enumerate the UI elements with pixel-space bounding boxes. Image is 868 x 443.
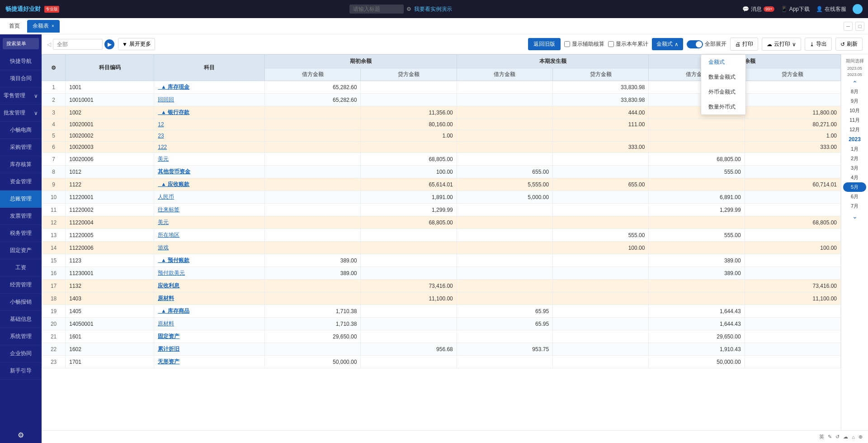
sidebar-item-purchase[interactable]: 采购管理 bbox=[0, 139, 42, 156]
print-btn[interactable]: 🖨 打印 bbox=[730, 38, 758, 51]
dropdown-item-amount[interactable]: 金额式 bbox=[701, 55, 745, 70]
status-add-icon[interactable]: ⊕ bbox=[859, 434, 863, 440]
cp-debit-cell bbox=[457, 142, 552, 153]
sidebar-item-project[interactable]: 项目合同 bbox=[0, 70, 42, 87]
sidebar-item-retail[interactable]: 零售管理∨ bbox=[0, 87, 42, 105]
user-btn[interactable] bbox=[853, 4, 863, 14]
status-lang-icon[interactable]: 英 bbox=[819, 433, 824, 440]
status-edit-icon[interactable]: ✎ bbox=[828, 434, 832, 440]
period-year-2023[interactable]: 2023 bbox=[843, 134, 866, 144]
sidebar-item-ledger[interactable]: 总账管理 bbox=[0, 191, 42, 208]
account-name-cell[interactable]: ▲ 预付账款 bbox=[154, 254, 265, 267]
sidebar-item-wholesale[interactable]: 批发管理∨ bbox=[0, 105, 42, 122]
period-scroll-up-btn[interactable]: ⌃ bbox=[852, 80, 858, 87]
account-name-cell[interactable]: ▲ 库存现金 bbox=[154, 81, 265, 94]
period-month-9[interactable]: 9月 bbox=[843, 96, 866, 106]
account-name-cell[interactable]: 原材料 bbox=[154, 292, 265, 305]
search-menu-btn[interactable]: 搜索菜单 bbox=[3, 38, 39, 49]
sidebar-item-funds[interactable]: 资金管理 bbox=[0, 173, 42, 191]
status-cloud-icon[interactable]: ☁ bbox=[843, 434, 848, 440]
window-maximize-btn[interactable]: □ bbox=[855, 22, 864, 31]
settings-col-header[interactable]: ⚙ bbox=[42, 55, 66, 81]
account-name-cell[interactable]: ▲ 银行存款 bbox=[154, 106, 265, 119]
refresh-btn[interactable]: ↺ 刷新 bbox=[835, 38, 863, 51]
period-month-6[interactable]: 6月 bbox=[843, 192, 866, 201]
sidebar-item-expense[interactable]: 小畅报销 bbox=[0, 294, 42, 311]
period-month-2[interactable]: 2月 bbox=[843, 154, 866, 163]
sidebar-item-invoice[interactable]: 发票管理 bbox=[0, 208, 42, 225]
dropdown-item-foreign-amount[interactable]: 外币金额式 bbox=[701, 85, 745, 100]
account-name-cell[interactable]: 累计折旧 bbox=[154, 343, 265, 356]
account-name-cell[interactable]: 美元 bbox=[154, 216, 265, 229]
sidebar-item-operations[interactable]: 经营管理 bbox=[0, 276, 42, 294]
sidebar-item-salary[interactable]: 工资 bbox=[0, 259, 42, 276]
period-month-10[interactable]: 10月 bbox=[843, 106, 866, 115]
show-year-total-label[interactable]: 显示本年累计 bbox=[608, 40, 648, 48]
sidebar-item-inventory[interactable]: 库存核算 bbox=[0, 156, 42, 173]
account-name-cell[interactable]: 往来标签 bbox=[154, 204, 265, 216]
show-assist-checkbox[interactable] bbox=[564, 41, 570, 47]
app-download-btn[interactable]: 📱 App下载 bbox=[781, 5, 810, 13]
account-name-cell[interactable]: 美元 bbox=[154, 153, 265, 166]
amount-mode-btn[interactable]: 金额式 ∧ bbox=[652, 38, 683, 50]
title-input[interactable] bbox=[349, 5, 404, 14]
account-name-cell[interactable]: 预付款美元 bbox=[154, 267, 265, 280]
period-month-5[interactable]: 5月 bbox=[843, 182, 866, 192]
return-old-btn[interactable]: 返回旧版 bbox=[528, 38, 561, 50]
account-name-cell[interactable]: 其他货币资金 bbox=[154, 166, 265, 178]
settings-icon[interactable]: ⚙ bbox=[406, 6, 411, 12]
expand-all-toggle[interactable]: 全部展开 bbox=[687, 40, 726, 48]
account-name-cell[interactable]: 所在地区 bbox=[154, 229, 265, 242]
account-code-cell: 10020002 bbox=[66, 130, 154, 142]
account-name-cell[interactable]: 23 bbox=[154, 130, 265, 142]
tab-home[interactable]: 首页 bbox=[4, 20, 25, 33]
account-name-cell[interactable]: 122 bbox=[154, 142, 265, 153]
account-name-cell[interactable]: ▲ 库存商品 bbox=[154, 305, 265, 318]
period-scroll-down-btn[interactable]: ⌄ bbox=[852, 213, 858, 220]
tab-balance-sheet[interactable]: 余额表 × bbox=[27, 20, 60, 33]
sidebar-item-basic-info[interactable]: 基础信息 bbox=[0, 311, 42, 328]
search-input[interactable] bbox=[53, 39, 103, 50]
period-month-12[interactable]: 12月 bbox=[843, 125, 866, 134]
dropdown-item-qty-amount[interactable]: 数量金额式 bbox=[701, 70, 745, 85]
period-month-3[interactable]: 3月 bbox=[843, 163, 866, 173]
status-sync-icon[interactable]: ↺ bbox=[835, 434, 840, 440]
online-service-btn[interactable]: 👤 在线客服 bbox=[816, 5, 846, 13]
sidebar-settings-icon[interactable]: ⚙ bbox=[18, 431, 24, 439]
demo-link[interactable]: 我要看实例演示 bbox=[414, 5, 452, 13]
account-name-cell[interactable]: 原材料 bbox=[154, 318, 265, 330]
account-name-cell[interactable]: 无形资产 bbox=[154, 356, 265, 368]
table-settings-icon[interactable]: ⚙ bbox=[51, 65, 56, 71]
show-assist-check-label[interactable]: 显示辅助核算 bbox=[564, 40, 604, 48]
cloud-print-btn[interactable]: ☁ 云打印 ∨ bbox=[762, 38, 801, 51]
account-name-cell[interactable]: 固定资产 bbox=[154, 330, 265, 343]
dropdown-item-qty-foreign[interactable]: 数量外币式 bbox=[701, 100, 745, 114]
message-btn[interactable]: 💬 消息 99+ bbox=[742, 5, 774, 13]
show-year-total-checkbox[interactable] bbox=[608, 41, 614, 47]
window-minimize-btn[interactable]: ─ bbox=[844, 22, 853, 31]
account-name-cell[interactable]: 回回回 bbox=[154, 94, 265, 106]
sidebar-item-guide[interactable]: 新手引导 bbox=[0, 362, 42, 380]
period-month-8[interactable]: 8月 bbox=[843, 87, 866, 96]
account-name-cell[interactable]: 12 bbox=[154, 119, 265, 130]
export-btn[interactable]: ⤓ 导出 bbox=[805, 38, 832, 51]
sidebar-item-system[interactable]: 系统管理 bbox=[0, 328, 42, 345]
sidebar-item-cooperation[interactable]: 企业协同 bbox=[0, 345, 42, 362]
period-month-11[interactable]: 11月 bbox=[843, 115, 866, 125]
sidebar-item-assets[interactable]: 固定资产 bbox=[0, 242, 42, 259]
account-name-cell[interactable]: 游戏 bbox=[154, 242, 265, 254]
toggle-track[interactable] bbox=[687, 40, 703, 48]
account-name-cell[interactable]: 人民币 bbox=[154, 191, 265, 204]
tab-close-icon[interactable]: × bbox=[52, 24, 54, 29]
sidebar-item-tax[interactable]: 税务管理 bbox=[0, 225, 42, 242]
expand-more-btn[interactable]: ▼ 展开更多 bbox=[118, 38, 155, 50]
account-name-cell[interactable]: 应收利息 bbox=[154, 280, 265, 292]
search-submit-btn[interactable]: ▶ bbox=[104, 39, 114, 49]
account-name-cell[interactable]: ▲ 应收账款 bbox=[154, 178, 265, 191]
period-month-4[interactable]: 4月 bbox=[843, 173, 866, 182]
period-month-7[interactable]: 7月 bbox=[843, 201, 866, 211]
sidebar-item-quick-nav[interactable]: 快捷导航 bbox=[0, 53, 42, 70]
status-home-icon[interactable]: ⌂ bbox=[852, 434, 855, 440]
sidebar-item-ecommerce[interactable]: 小畅电商 bbox=[0, 122, 42, 139]
period-month-1[interactable]: 1月 bbox=[843, 144, 866, 154]
